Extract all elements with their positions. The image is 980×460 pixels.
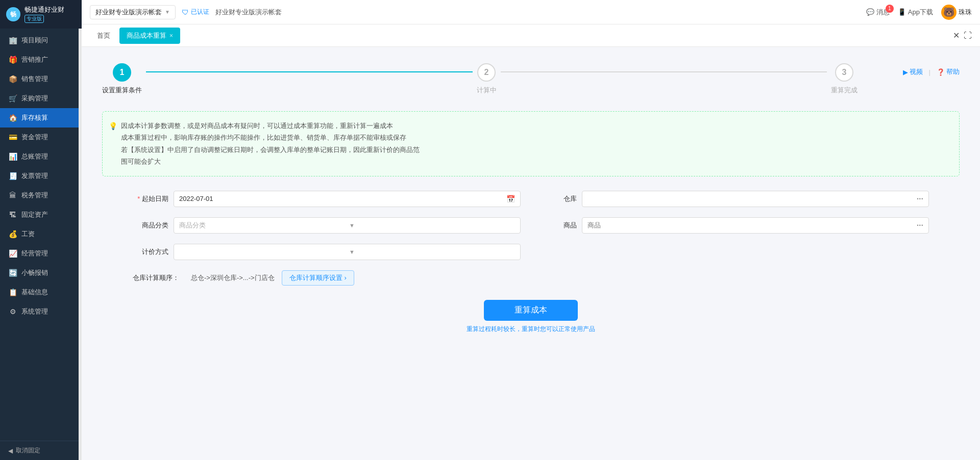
goods-more-icon[interactable]: ··· bbox=[917, 221, 923, 230]
sidebar-item-tax[interactable]: 🏛税务管理 bbox=[0, 186, 82, 205]
nav-label-sales: 销售管理 bbox=[21, 74, 48, 84]
sidebar-item-expense[interactable]: 🔄小畅报销 bbox=[0, 263, 82, 283]
step-2-circle: 2 bbox=[477, 63, 496, 82]
category-label: 商品分类 bbox=[133, 221, 168, 230]
chevron-down-icon: ▼ bbox=[349, 222, 515, 228]
nav-icon-payroll: 💰 bbox=[8, 229, 17, 239]
close-window-icon[interactable]: ✕ bbox=[953, 31, 960, 40]
sidebar-item-payroll[interactable]: 💰工资 bbox=[0, 224, 82, 244]
warehouse-field: 仓库 ··· bbox=[541, 191, 929, 207]
sidebar-item-operation[interactable]: 📈经营管理 bbox=[0, 244, 82, 263]
goods-input[interactable] bbox=[587, 221, 913, 229]
sidebar-item-basic[interactable]: 📋基础信息 bbox=[0, 283, 82, 302]
version-badge: 专业版 bbox=[24, 15, 44, 23]
nav-label-project: 项目顾问 bbox=[21, 36, 48, 45]
goods-input-wrap[interactable]: ··· bbox=[582, 217, 929, 234]
nav-icon-accounting: 📊 bbox=[8, 152, 17, 161]
app-title: 畅捷通好业财 bbox=[24, 6, 64, 14]
notice-line-2: 成本重算过程中，影响库存账的操作均不能操作，比如进货单、销货单、库存单据不能审核… bbox=[121, 132, 949, 143]
warehouse-order-row: 仓库计算顺序： 总仓->深圳仓库->...->门店仓 仓库计算顺序设置 › bbox=[133, 270, 929, 286]
warning-icon: 💡 bbox=[109, 120, 117, 133]
nav-icon-marketing: 🎁 bbox=[8, 55, 17, 64]
nav-icon-basic: 📋 bbox=[8, 288, 17, 297]
expand-icon[interactable]: ⛶ bbox=[964, 31, 972, 40]
step-2-label: 计算中 bbox=[477, 86, 497, 95]
nav-icon-expense: 🔄 bbox=[8, 268, 17, 277]
nav-icon-inventory: 🏠 bbox=[8, 113, 17, 122]
sidebar-item-invoice[interactable]: 🧾发票管理 bbox=[0, 166, 82, 186]
tab-home[interactable]: 首页 bbox=[90, 28, 117, 44]
warehouse-input-wrap[interactable]: ··· bbox=[582, 191, 929, 207]
chevron-right-icon: › bbox=[345, 274, 347, 282]
tabbar-right: ✕ ⛶ bbox=[953, 31, 972, 40]
warehouse-label: 仓库 bbox=[541, 194, 577, 203]
tab-recalculate[interactable]: 商品成本重算 × bbox=[119, 28, 180, 44]
user-menu[interactable]: 🐻 珠珠 bbox=[941, 5, 972, 20]
sidebar-item-inventory[interactable]: 🏠库存核算 bbox=[0, 108, 82, 127]
step-3: 3 重算完成 bbox=[831, 63, 857, 95]
warehouse-order-label: 仓库计算顺序： bbox=[133, 273, 184, 283]
tab-close-icon[interactable]: × bbox=[169, 32, 173, 39]
start-date-field: 起始日期 📅 bbox=[133, 191, 521, 207]
category-field: 商品分类 商品分类 ▼ bbox=[133, 217, 521, 234]
tab-recalculate-label: 商品成本重算 bbox=[127, 31, 166, 40]
app-download-button[interactable]: 📱 App下载 bbox=[898, 8, 933, 17]
start-date-input[interactable] bbox=[179, 195, 502, 202]
notice-box: 💡 因成本计算参数调整，或是对商品成本有疑问时，可以通过成本重算功能，重新计算一… bbox=[102, 111, 960, 176]
nav-label-accounting: 总账管理 bbox=[21, 152, 48, 161]
sidebar-item-fixed_assets[interactable]: 🏗固定资产 bbox=[0, 205, 82, 224]
step-1: 1 设置重算条件 bbox=[102, 63, 142, 95]
calendar-icon[interactable]: 📅 bbox=[506, 195, 515, 203]
nav-label-marketing: 营销推广 bbox=[21, 55, 48, 64]
form-row-3: 计价方式 ▼ bbox=[133, 244, 929, 260]
cancel-pin-button[interactable]: ◀ 取消固定 bbox=[0, 441, 82, 460]
sidebar-item-finance[interactable]: 💳资金管理 bbox=[0, 127, 82, 147]
nav-label-expense: 小畅报销 bbox=[21, 268, 48, 277]
nav-label-purchase: 采购管理 bbox=[21, 94, 48, 103]
step-1-label: 设置重算条件 bbox=[102, 86, 142, 95]
nav-label-invoice: 发票管理 bbox=[21, 171, 48, 181]
sidebar-item-accounting[interactable]: 📊总账管理 bbox=[0, 147, 82, 166]
shield-icon: 🛡 bbox=[182, 8, 189, 16]
nav-icon-invoice: 🧾 bbox=[8, 171, 17, 181]
sidebar: 畅 畅捷通好业财 专业版 🏢项目顾问🎁营销推广📦销售管理🛒采购管理🏠库存核算💳资… bbox=[0, 0, 82, 460]
video-link[interactable]: ▶ 视频 bbox=[903, 67, 923, 76]
warehouse-input[interactable] bbox=[587, 195, 913, 202]
step-3-label: 重算完成 bbox=[831, 86, 857, 95]
category-select[interactable]: 商品分类 ▼ bbox=[174, 217, 521, 234]
help-link[interactable]: ❓ 帮助 bbox=[937, 67, 960, 76]
nav-label-system: 系统管理 bbox=[21, 307, 48, 316]
sidebar-header: 畅 畅捷通好业财 专业版 bbox=[0, 0, 82, 29]
pricing-select[interactable]: ▼ bbox=[174, 244, 521, 260]
app-logo-icon: 畅 bbox=[6, 7, 20, 21]
more-icon[interactable]: ··· bbox=[917, 194, 923, 203]
pricing-chevron-icon: ▼ bbox=[349, 249, 515, 255]
question-icon: ❓ bbox=[937, 68, 945, 76]
pricing-field: 计价方式 ▼ bbox=[133, 244, 521, 260]
sidebar-item-system[interactable]: ⚙系统管理 bbox=[0, 302, 82, 321]
sidebar-item-project[interactable]: 🏢项目顾问 bbox=[0, 31, 82, 50]
triangle-icon: ◀ bbox=[8, 447, 13, 454]
recalculate-button[interactable]: 重算成本 bbox=[484, 300, 578, 321]
warehouse-order-settings-button[interactable]: 仓库计算顺序设置 › bbox=[282, 270, 354, 286]
start-date-input-wrap[interactable]: 📅 bbox=[174, 191, 521, 207]
avatar: 🐻 bbox=[941, 5, 957, 20]
chevron-down-icon: ▼ bbox=[165, 9, 170, 15]
nav-label-finance: 资金管理 bbox=[21, 133, 48, 142]
nav-icon-sales: 📦 bbox=[8, 74, 17, 84]
message-button[interactable]: 💬 消息 1 bbox=[866, 8, 890, 17]
sidebar-item-marketing[interactable]: 🎁营销推广 bbox=[0, 50, 82, 69]
nav-icon-fixed_assets: 🏗 bbox=[8, 210, 17, 219]
nav-label-inventory: 库存核算 bbox=[21, 113, 48, 122]
category-placeholder: 商品分类 bbox=[179, 221, 345, 230]
pricing-label: 计价方式 bbox=[133, 247, 168, 257]
nav-icon-operation: 📈 bbox=[8, 249, 17, 258]
account-selector[interactable]: 好业财专业版演示帐套 ▼ bbox=[90, 5, 176, 19]
phone-icon: 📱 bbox=[898, 8, 906, 16]
step-2: 2 计算中 bbox=[477, 63, 497, 95]
form-row-1: 起始日期 📅 仓库 ··· bbox=[133, 191, 929, 207]
sidebar-item-sales[interactable]: 📦销售管理 bbox=[0, 69, 82, 89]
form-row-2: 商品分类 商品分类 ▼ 商品 ··· bbox=[133, 217, 929, 234]
sidebar-item-purchase[interactable]: 🛒采购管理 bbox=[0, 89, 82, 108]
form-section: 起始日期 📅 仓库 ··· 商品分类 bbox=[102, 191, 960, 334]
